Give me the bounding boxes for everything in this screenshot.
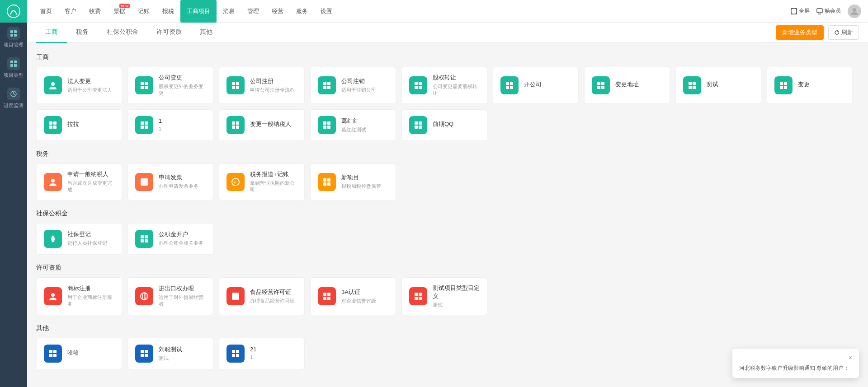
svg-rect-18 (232, 82, 235, 85)
sidebar-item-label: 进度监测 (4, 102, 24, 109)
card-open-company[interactable]: 开公司 (493, 67, 579, 104)
nav-operations[interactable]: 经营 (265, 0, 290, 23)
card-equity-transfer[interactable]: 股权转让 公司变更需要股权转让 (401, 67, 487, 104)
svg-rect-58 (323, 121, 326, 125)
card-icon (318, 116, 336, 134)
card-info: 变更地址 (615, 80, 639, 90)
sidebar-item-project-type[interactable]: 项目类型 (0, 53, 27, 83)
card-info: 21 1 (250, 346, 256, 361)
tab-business[interactable]: 工商 (36, 23, 67, 43)
card-legal-change[interactable]: 法人变更 适用于公司变更法人 (36, 67, 122, 104)
card-icon (44, 230, 62, 248)
cards-grid-social: 社保登记 进行人员社保登记 公积金开户 办理公积金相关业务 (36, 223, 859, 255)
nav-services[interactable]: 服务 (290, 0, 314, 23)
svg-rect-24 (323, 86, 326, 89)
card-liucong-test[interactable]: 刘聪测试 测试 (127, 338, 213, 369)
scroll-content[interactable]: 工商 法人变更 适用于公司变更法人 (27, 43, 868, 387)
svg-rect-38 (689, 82, 692, 85)
card-icon (409, 116, 427, 134)
nav-tickets[interactable]: 票据 new (107, 0, 132, 23)
card-lala[interactable]: 拉拉 (36, 109, 122, 141)
svg-rect-98 (53, 350, 57, 353)
card-info: 股权转让 公司变更需要股权转让 (433, 74, 480, 97)
card-info: 哈哈 (67, 349, 79, 358)
svg-rect-107 (232, 354, 235, 357)
card-haha[interactable]: 哈哈 (36, 338, 122, 369)
card-info: 税务报道+记账 拿到营业执照的新公司 (250, 170, 297, 194)
card-apply-general-taxpayer[interactable]: 申请一般纳税人 当月或次月成变更完成 (36, 163, 122, 200)
card-pre-qq[interactable]: 前期QQ (401, 109, 487, 141)
card-3a-cert[interactable]: 3A认证 对企业信誉评级 (310, 277, 396, 315)
card-ge-honghong[interactable]: 葛红红 葛红红测试 (310, 109, 396, 141)
card-provident-fund[interactable]: 公积金开户 办理公积金相关业务 (127, 223, 213, 255)
svg-rect-95 (415, 297, 418, 300)
svg-rect-6 (14, 61, 17, 63)
card-social-register[interactable]: 社保登记 进行人员社保登记 (36, 223, 122, 255)
nav-bookkeeping[interactable]: 记账 (132, 0, 156, 23)
card-icon (135, 345, 153, 363)
fullscreen-button[interactable]: 全屏 (791, 7, 810, 15)
notification-header: × (739, 354, 852, 361)
refresh-button[interactable]: 刷新 (828, 25, 859, 40)
card-apply-invoice[interactable]: 申请发票 办理申请发票业务 (127, 163, 213, 200)
cards-grid-business: 法人变更 适用于公司变更法人 公司变更 股权变更外的业务变更 (36, 67, 859, 141)
card-import-export[interactable]: 进出口权办理 适用于对外贸易经营者 (127, 277, 213, 315)
card-change[interactable]: 变更 (767, 67, 853, 104)
card-change-address[interactable]: 变更地址 (584, 67, 670, 104)
card-icon (226, 116, 245, 134)
tab-social-insurance[interactable]: 社保公积金 (98, 23, 147, 43)
tab-other[interactable]: 其他 (191, 23, 222, 43)
project-management-icon (7, 27, 20, 40)
card-company-change[interactable]: 公司变更 股权变更外的业务变更 (127, 67, 213, 104)
card-new-project[interactable]: 新项目 报税加税控盘保管 (310, 163, 396, 200)
member-icon (816, 8, 823, 14)
nav-tax[interactable]: 报税 (156, 0, 180, 23)
new-badge: new (119, 4, 130, 8)
section-title-tax: 税务 (36, 150, 859, 158)
sidebar-item-progress[interactable]: 进度监测 (0, 83, 27, 113)
card-icon (135, 287, 153, 305)
logo[interactable] (0, 0, 27, 23)
svg-rect-19 (236, 82, 239, 85)
tab-license[interactable]: 许可资质 (147, 23, 191, 43)
sidebar: 项目管理 项目类型 进度监测 (0, 0, 27, 387)
nav-billing[interactable]: 收费 (83, 0, 107, 23)
card-one[interactable]: 1 1 (127, 109, 213, 141)
svg-rect-29 (419, 86, 422, 89)
avatar[interactable] (848, 5, 861, 18)
svg-rect-36 (597, 86, 600, 89)
nav-home[interactable]: 首页 (34, 0, 58, 23)
card-info: 申请一般纳税人 当月或次月成变更完成 (67, 170, 114, 194)
sidebar-item-project-management[interactable]: 项目管理 (0, 23, 27, 53)
member-button[interactable]: 畅会员 (816, 7, 841, 15)
svg-rect-39 (693, 82, 696, 85)
card-company-deregister[interactable]: 公司注销 适用于注销公司 (310, 67, 396, 104)
svg-rect-90 (327, 293, 330, 296)
svg-rect-52 (141, 126, 144, 129)
nav-settings[interactable]: 设置 (314, 0, 339, 23)
card-icon (500, 76, 519, 94)
refresh-icon (834, 30, 840, 35)
card-trademark[interactable]: 商标注册 用于企业商标注册服务 (36, 277, 122, 315)
notification-close-button[interactable]: × (849, 354, 852, 361)
nav-customer[interactable]: 客户 (58, 0, 83, 23)
nav-business[interactable]: 工商项目 (180, 0, 217, 23)
svg-rect-59 (327, 121, 330, 125)
card-21[interactable]: 21 1 (219, 338, 305, 369)
nav-messages[interactable]: 消息 (217, 0, 241, 23)
card-tax-bookkeeping[interactable]: ¥ 税务报道+记账 拿到营业执照的新公司 (219, 163, 305, 200)
nav-management[interactable]: 管理 (241, 0, 265, 23)
tab-tax[interactable]: 税务 (67, 23, 98, 43)
svg-rect-42 (780, 82, 783, 85)
svg-rect-63 (419, 121, 422, 125)
card-company-register[interactable]: 公司注册 申请公司注册全流程 (219, 67, 305, 104)
card-test-type-def[interactable]: 测试项目类型目定义 测试 (401, 277, 487, 315)
card-food-license[interactable]: 食品经营许可证 办理食品经营许可证 (219, 277, 305, 315)
sidebar-item-label: 项目类型 (4, 72, 24, 79)
new-type-button[interactable]: 新增业务类型 (776, 25, 824, 40)
card-test-1[interactable]: 测试 (675, 67, 761, 104)
card-change-taxpayer[interactable]: 变更一般纳税人 (219, 109, 305, 141)
svg-rect-43 (784, 82, 787, 85)
tab-bar: 工商 税务 社保公积金 许可资质 其他 新增业务类型 (27, 23, 868, 43)
svg-rect-30 (506, 82, 509, 85)
